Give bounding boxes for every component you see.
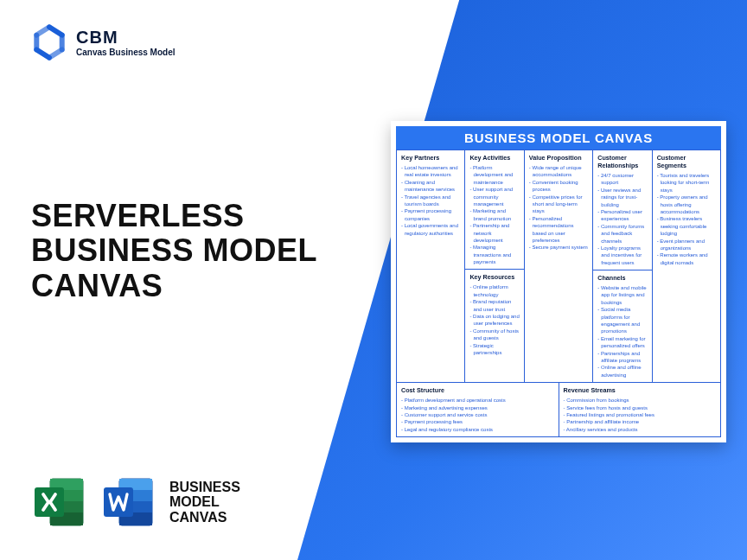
list-item: Strategic partnerships [469,342,519,357]
list-item: Personalized recommendations based on us… [529,215,588,245]
cell-title: Key Resources [469,273,519,281]
format-label-2: MODEL [169,494,240,510]
page-title: SERVERLESS BUSINESS MODEL CANVAS [31,199,317,303]
list-item: Commission from bookings [564,397,717,404]
list-item: Convenient booking process [529,179,588,194]
list-item: User support and community management [469,186,519,207]
cell-key-activities: Key Activities Platform development and … [464,150,523,269]
cell-revenue-streams: Revenue Streams Commission from bookings… [559,382,721,436]
list-item: Ancillary services and products [564,426,717,433]
cell-title: Customer Segments [657,154,716,169]
cell-title: Revenue Streams [564,386,717,394]
list-item: 24/7 customer support [597,172,647,187]
cell-title: Key Partners [401,154,460,162]
cell-cost-structure: Cost Structure Platform development and … [397,382,559,436]
svg-rect-11 [104,487,133,517]
list-item: Email marketing for personalized offers [597,335,647,350]
cell-title: Value Proposition [529,154,588,162]
list-item: Payment processing companies [401,207,460,222]
canvas-header: BUSINESS MODEL CANVAS [396,126,721,150]
list-item: Travel agencies and tourism boards [401,194,460,208]
cell-title: Channels [597,274,647,282]
cell-title: Cost Structure [401,386,554,394]
cell-customer-segments: Customer Segments Tourists and travelers… [652,150,720,382]
format-row: BUSINESS MODEL CANVAS [31,474,240,531]
list-item: Marketing and advertising expenses [401,404,554,411]
list-item: Online platform technology [469,283,519,298]
list-item: Community of hosts and guests [469,328,519,342]
list-item: Competitive prices for short and long-te… [529,194,588,215]
list-item: Partnership and affiliate income [564,418,717,425]
list-item: Cleaning and maintenance services [401,179,460,194]
list-item: Payment processing fees [401,418,554,425]
cell-title: Key Activities [469,154,519,162]
canvas-grid: Key Partners Local homeowners and real e… [396,150,721,437]
list-item: Event planners and organizations [657,238,716,252]
list-item: Data on lodging and user preferences [469,313,519,328]
list-item: Featured listings and promotional fees [564,411,717,418]
list-item: Loyalty programs and incentives for freq… [597,245,647,266]
title-line-3: CANVAS [31,269,317,303]
list-item: Partnerships and affiliate programs [597,350,647,365]
list-item: Legal and regulatory compliance costs [401,426,554,433]
list-item: Wide range of unique accommodations [529,164,588,179]
title-line-1: SERVERLESS [31,199,317,233]
list-item: Marketing and brand promotion [469,207,519,222]
cell-value-proposition: Value Proposition Wide range of unique a… [524,150,592,382]
list-item: Business travelers seeking comfortable l… [657,215,716,237]
canvas-document: BUSINESS MODEL CANVAS Key Partners Local… [391,121,726,442]
brand-subtitle: Canvas Business Model [76,48,175,57]
list-item: Personalized user experiences [597,208,647,223]
list-item: Social media platforms for engagement an… [597,306,647,335]
brand-mark-icon [31,24,67,60]
list-item: Service fees from hosts and guests [564,404,717,411]
cell-customer-relationships: Customer Relationships 24/7 customer sup… [592,150,651,270]
list-item: Community forums and feedback channels [597,223,647,245]
list-item: Local homeowners and real estate investo… [401,164,460,179]
cell-key-resources: Key Resources Online platform technology… [464,269,523,382]
title-line-2: BUSINESS MODEL [31,233,317,268]
format-label: BUSINESS MODEL CANVAS [169,480,240,525]
cell-key-partners: Key Partners Local homeowners and real e… [397,150,464,382]
list-item: Partnership and network development [469,222,519,244]
list-item: User reviews and ratings for trust-build… [597,187,647,208]
list-item: Managing transactions and payments [469,244,519,265]
brand-abbr: CBM [76,28,175,48]
list-item: Local governments and regulatory authori… [401,222,460,237]
list-item: Online and offline advertising [597,364,647,379]
cell-channels: Channels Website and mobile app for list… [592,270,651,382]
list-item: Tourists and travelers looking for short… [657,172,716,194]
cell-title: Customer Relationships [597,154,647,169]
format-label-1: BUSINESS [169,480,240,495]
brand-logo: CBM Canvas Business Model [31,24,175,60]
list-item: Remote workers and digital nomads [657,251,716,266]
list-item: Platform development and maintenance [469,164,519,186]
list-item: Property owners and hosts offering accom… [657,194,716,215]
list-item: Brand reputation and user trust [469,298,519,313]
format-label-3: CANVAS [169,510,240,525]
list-item: Platform development and operational cos… [401,397,554,404]
list-item: Website and mobile app for listings and … [597,284,647,306]
excel-icon [31,474,88,531]
word-icon [100,474,157,531]
list-item: Secure payment system [529,244,588,251]
list-item: Customer support and service costs [401,411,554,418]
